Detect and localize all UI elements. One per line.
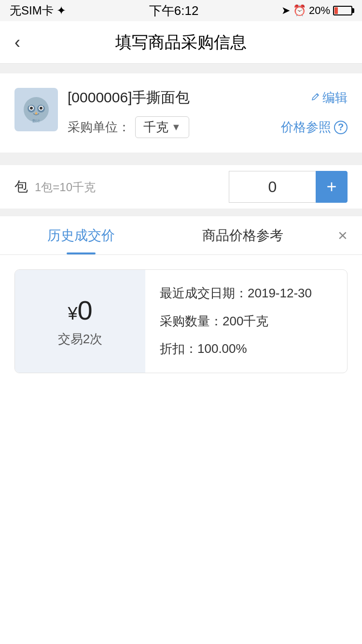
edit-icon [311, 93, 320, 103]
quantity-plus-button[interactable]: + [316, 171, 348, 203]
quantity-right: 0 + [229, 171, 348, 203]
tab-history-label: 历史成交价 [47, 226, 115, 245]
purchase-qty: 采购数量：200千克 [160, 311, 333, 332]
last-trade-date: 最近成交日期：2019-12-30 [160, 283, 333, 304]
tab-product-price-ref[interactable]: 商品价格参考 [162, 216, 323, 254]
pkg-sub-label: 1包=10千克 [35, 180, 96, 195]
product-info: [0000006]手撕面包 编辑 采购单位： 千克 ▼ [68, 88, 348, 138]
carrier-text: 无SIM卡 ✦ [10, 3, 66, 18]
product-unit-row: 采购单位： 千克 ▼ 价格参照 ? [68, 116, 348, 138]
price-card-left: ¥0 交易2次 [15, 270, 145, 373]
quantity-input[interactable]: 0 [229, 171, 316, 203]
svg-point-5 [30, 107, 33, 110]
product-title-row: [0000006]手撕面包 编辑 [68, 88, 348, 108]
unit-label: 采购单位： [68, 119, 130, 136]
separator [0, 153, 362, 160]
price-card-right: 最近成交日期：2019-12-30 采购数量：200千克 折扣：100.00% [145, 270, 347, 373]
unit-selector[interactable]: 千克 ▼ [135, 116, 189, 138]
price-card: ¥0 交易2次 最近成交日期：2019-12-30 采购数量：200千克 折扣：… [14, 269, 348, 373]
svg-text:数计: 数计 [32, 119, 40, 123]
discount: 折扣：100.00% [160, 339, 333, 359]
tab-history-price[interactable]: 历史成交价 [0, 216, 162, 254]
help-icon: ? [334, 121, 348, 134]
price-ref-label: 价格参照 [281, 119, 331, 136]
edit-button[interactable]: 编辑 [311, 89, 348, 106]
pkg-label: 包 [14, 178, 28, 196]
price-ref-button[interactable]: 价格参照 ? [281, 119, 348, 136]
back-button[interactable]: ‹ [10, 28, 25, 57]
quantity-value: 0 [268, 178, 277, 196]
battery-percent: 20% [309, 4, 330, 17]
product-name: [0000006]手撕面包 [68, 88, 190, 108]
history-content: ¥0 交易2次 最近成交日期：2019-12-30 采购数量：200千克 折扣：… [0, 255, 362, 388]
tab-bar: 历史成交价 商品价格参考 × [0, 216, 362, 255]
quantity-section: 包 1包=10千克 0 + [0, 165, 362, 209]
owl-logo-icon: 数计 [22, 95, 51, 124]
page-title: 填写商品采购信息 [115, 31, 247, 54]
product-top-row: 数计 [0000006]手撕面包 编辑 采购单位： 千克 [14, 88, 348, 138]
tab-close-button[interactable]: × [323, 216, 362, 254]
price-display: ¥0 [68, 294, 92, 326]
edit-label: 编辑 [322, 89, 348, 106]
close-icon: × [338, 226, 348, 245]
currency-symbol: ¥ [68, 304, 77, 323]
battery-icon [333, 6, 352, 15]
unit-value: 千克 [143, 119, 168, 136]
plus-icon: + [326, 177, 336, 197]
location-icon: ➤ [281, 4, 290, 17]
nav-bar: ‹ 填写商品采购信息 [0, 21, 362, 64]
tab-product-price-ref-label: 商品价格参考 [202, 226, 283, 245]
status-right: ➤ ⏰ 20% [281, 4, 352, 17]
status-time: 下午6:12 [149, 2, 199, 19]
content-area [0, 388, 362, 644]
dropdown-arrow-icon: ▼ [171, 122, 181, 133]
quantity-left: 包 1包=10千克 [14, 178, 96, 196]
product-card: 数计 [0000006]手撕面包 编辑 采购单位： 千克 [0, 73, 362, 153]
price-amount: 0 [77, 295, 92, 325]
trade-count: 交易2次 [58, 331, 102, 348]
status-left: 无SIM卡 ✦ [10, 3, 66, 18]
alarm-icon: ⏰ [293, 4, 306, 17]
status-bar: 无SIM卡 ✦ 下午6:12 ➤ ⏰ 20% [0, 0, 362, 21]
svg-point-6 [40, 107, 42, 110]
product-thumbnail: 数计 [14, 88, 58, 131]
